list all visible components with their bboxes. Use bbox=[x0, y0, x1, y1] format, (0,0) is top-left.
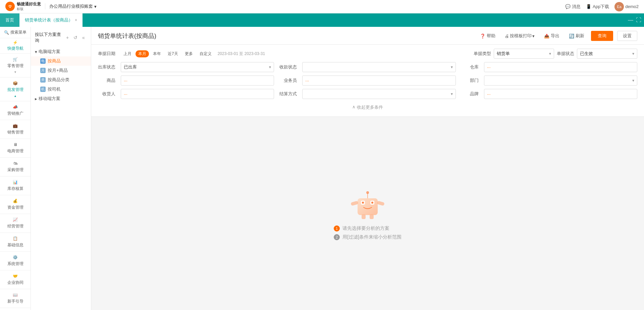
search-menu-label: 搜索菜单 bbox=[10, 30, 26, 35]
product-input[interactable]: ··· bbox=[121, 75, 274, 86]
refresh-label: 刷新 bbox=[576, 33, 584, 39]
sidebar-item-retail[interactable]: 🛒 零售管理 ▾ bbox=[0, 54, 31, 78]
date-label: 单据日期 bbox=[98, 51, 115, 57]
refresh-scheme-btn[interactable]: ↺ bbox=[72, 34, 79, 41]
tabbar-actions: — ⛶ bbox=[628, 17, 644, 23]
settlement-arrow: ▾ bbox=[451, 92, 453, 96]
tree-child-by-month[interactable]: 月 按月+商品 bbox=[31, 66, 91, 75]
tab-close-icon[interactable]: × bbox=[75, 18, 77, 22]
settlement-select[interactable]: ▾ bbox=[302, 89, 455, 99]
basic-label: 基础信息 bbox=[7, 242, 23, 248]
sidebar-item-basic[interactable]: 📋 基础信息 bbox=[0, 233, 31, 252]
export-icon: 📤 bbox=[544, 34, 549, 39]
tree-child-by-cashier[interactable]: 机 按司机 bbox=[31, 85, 91, 94]
query-btn[interactable]: 查询 bbox=[591, 31, 613, 41]
inventory-label: 库存核算 bbox=[7, 186, 23, 192]
doc-status-value: 已生效 bbox=[580, 51, 593, 57]
refresh-icon: 🔄 bbox=[569, 34, 574, 39]
panel-header-actions: + ↺ « bbox=[64, 34, 87, 41]
warehouse-select[interactable]: 已出库 ▾ bbox=[121, 62, 274, 72]
tab-report[interactable]: 销货单统计表（按商品） × bbox=[19, 13, 83, 27]
dept-label: 部门 bbox=[461, 78, 479, 84]
payment-label: 收款状态 bbox=[279, 64, 297, 70]
help-btn[interactable]: ❓ 帮助 bbox=[477, 32, 498, 40]
collapse-panel-btn[interactable]: « bbox=[80, 34, 87, 41]
message-icon: 💬 bbox=[565, 4, 571, 9]
tab-home[interactable]: 首页 bbox=[0, 13, 19, 27]
logo-icon bbox=[5, 2, 15, 11]
warehouse2-input[interactable]: ··· bbox=[484, 62, 637, 72]
panel-title: 按以下方案查询 bbox=[35, 32, 63, 44]
payment-select[interactable]: ▾ bbox=[302, 62, 455, 72]
sidebar-item-newbie[interactable]: 📖 新手引导 bbox=[0, 289, 31, 308]
app-selector[interactable]: 办公用品行业模拟账套 ▾ bbox=[45, 3, 97, 9]
by-month-label: 按月+商品 bbox=[48, 67, 68, 73]
print-btn[interactable]: 🖨 按模板打印 ▾ bbox=[502, 32, 537, 40]
add-scheme-btn[interactable]: + bbox=[64, 34, 71, 41]
export-btn[interactable]: 📤 导出 bbox=[541, 32, 562, 40]
collapse-bar[interactable]: ∧ 收起更多条件 bbox=[98, 102, 637, 112]
download-btn[interactable]: 📱 App下载 bbox=[586, 4, 609, 10]
brand-input[interactable]: ··· bbox=[484, 89, 637, 99]
payment-arrow: ▾ bbox=[451, 65, 453, 69]
tab-report-label: 销货单统计表（按商品） bbox=[25, 17, 73, 23]
app-selector-arrow: ▾ bbox=[94, 4, 97, 9]
date-btn-more[interactable]: 更多 bbox=[182, 50, 196, 57]
dept-select[interactable]: ▾ bbox=[484, 75, 637, 86]
system-label: 系统管理 bbox=[7, 261, 23, 267]
recipient-input[interactable]: ··· bbox=[121, 89, 274, 99]
filter-area: 单据日期 上月 本月 本年 近7天 更多 自定义 2023-03-01 至 20… bbox=[91, 45, 644, 117]
collapse-label: 收起更多条件 bbox=[357, 104, 383, 110]
doc-type-select[interactable]: 销货单 ▾ bbox=[494, 49, 554, 59]
settings-btn[interactable]: 设置 bbox=[617, 31, 637, 41]
mobile-expand-icon: ▸ bbox=[35, 96, 37, 101]
tree-child-by-category[interactable]: 类 按商品分类 bbox=[31, 75, 91, 85]
ecommerce-label: 电商管理 bbox=[7, 148, 23, 154]
by-cashier-label: 按司机 bbox=[48, 86, 61, 92]
date-btn-last-month[interactable]: 上月 bbox=[121, 50, 134, 57]
sidebar-item-ecommerce[interactable]: 🖥 电商管理 bbox=[0, 139, 31, 158]
print-label: 按模板打印 bbox=[510, 33, 532, 39]
wholesale-icon: 📦 bbox=[13, 81, 18, 86]
tab-maximize-icon[interactable]: ⛶ bbox=[636, 17, 641, 23]
sidebar-item-wholesale[interactable]: 📦 批发管理 ▴ bbox=[0, 78, 31, 101]
filter-row-4: 收货人 ··· 结算方式 ▾ 品牌 ··· bbox=[98, 89, 637, 99]
quick-nav-item[interactable]: ⚡ 快捷导航 bbox=[0, 38, 31, 54]
refresh-btn[interactable]: 🔄 刷新 bbox=[566, 32, 587, 40]
salesman-dots: ··· bbox=[305, 78, 309, 83]
sidebar-item-marketing[interactable]: 📣 营销推广 bbox=[0, 101, 31, 120]
message-btn[interactable]: 💬 消息 bbox=[565, 4, 581, 10]
sidebar-item-appstore[interactable]: 📱 应用中心 bbox=[0, 308, 31, 310]
tabbar: 首页 销货单统计表（按商品） × — ⛶ bbox=[0, 13, 644, 27]
doc-status-label: 单据状态 bbox=[557, 51, 574, 57]
search-menu-item[interactable]: 🔍 搜索菜单 bbox=[0, 27, 31, 38]
empty-hint-2: 2 用[过滤]条件来缩小分析范围 bbox=[334, 234, 401, 240]
date-btn-custom[interactable]: 自定义 bbox=[197, 50, 214, 57]
date-btn-7days[interactable]: 近7天 bbox=[165, 50, 181, 57]
logo-area: 畅捷通好生意 标版 bbox=[5, 2, 41, 11]
tree-parent-pc[interactable]: ▾ 电脑端方案 bbox=[31, 47, 91, 56]
recipient-dots: ··· bbox=[124, 92, 127, 97]
settlement-label: 结算方式 bbox=[279, 91, 297, 97]
user-area[interactable]: Ea demo2 bbox=[614, 2, 639, 11]
warehouse2-dots: ··· bbox=[487, 65, 491, 70]
salesman-input[interactable]: ··· bbox=[302, 75, 455, 86]
sidebar-item-sales[interactable]: 💼 销售管理 bbox=[0, 120, 31, 139]
doc-status-select[interactable]: 已生效 ▾ bbox=[577, 49, 637, 59]
sidebar-item-operations[interactable]: 📈 经营管理 bbox=[0, 214, 31, 233]
sidebar-item-inventory[interactable]: 📊 库存核算 bbox=[0, 176, 31, 195]
tree-child-by-product[interactable]: 电 按商品 bbox=[31, 56, 91, 66]
wholesale-arrow: ▴ bbox=[14, 94, 16, 98]
empty-state: 1 请先选择要分析的方案 2 用[过滤]条件来缩小分析范围 bbox=[91, 117, 644, 310]
sidebar-item-procurement[interactable]: 🛍 采购管理 bbox=[0, 158, 31, 176]
svg-point-5 bbox=[362, 202, 364, 204]
warehouse-label: 出库状态 bbox=[98, 64, 115, 70]
sidebar-item-collab[interactable]: 🤝 企业协同 bbox=[0, 270, 31, 289]
date-btn-this-month[interactable]: 本月 bbox=[136, 50, 149, 57]
date-btn-this-year[interactable]: 本年 bbox=[150, 50, 164, 57]
sidebar-item-system[interactable]: ⚙️ 系统管理 bbox=[0, 252, 31, 270]
sidebar-item-finance[interactable]: 💰 资金管理 bbox=[0, 195, 31, 214]
tab-minimize-icon[interactable]: — bbox=[628, 17, 633, 23]
tree-parent-mobile[interactable]: ▸ 移动端方案 bbox=[31, 94, 91, 103]
print-arrow-icon: ▾ bbox=[532, 34, 535, 39]
